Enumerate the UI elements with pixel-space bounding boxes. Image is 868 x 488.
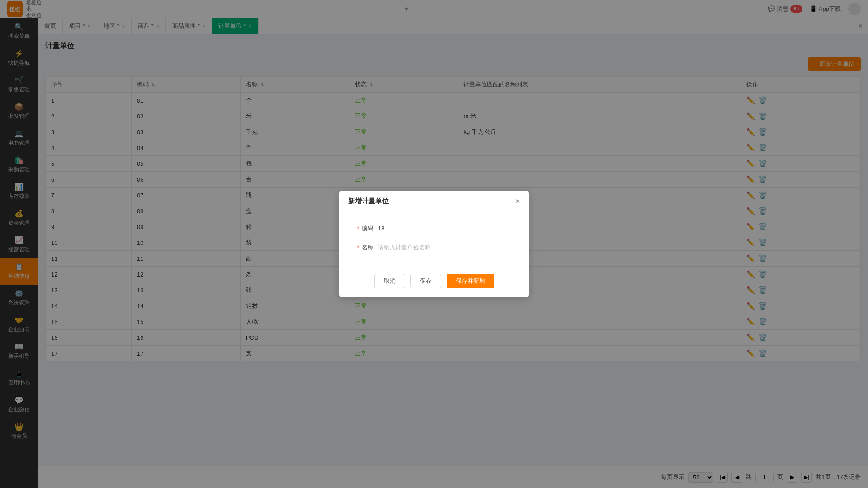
name-input[interactable] xyxy=(377,242,516,253)
name-required-star: * xyxy=(357,244,359,251)
save-button[interactable]: 保存 xyxy=(410,274,441,288)
modal-body: * 编码 * 名称 xyxy=(339,212,529,268)
add-unit-modal: 新增计量单位 × * 编码 * 名称 取消 保存 保存并新增 xyxy=(339,191,529,297)
name-label: 名称 xyxy=(362,244,373,251)
name-form-row: * 名称 xyxy=(352,242,516,253)
code-required-star: * xyxy=(357,225,359,232)
modal-overlay: 新增计量单位 × * 编码 * 名称 取消 保存 保存并新增 xyxy=(0,0,868,488)
code-input[interactable] xyxy=(377,223,516,234)
code-form-row: * 编码 xyxy=(352,223,516,234)
save-new-button[interactable]: 保存并新增 xyxy=(447,274,494,288)
name-label-wrapper: * 名称 xyxy=(352,244,373,252)
modal-header: 新增计量单位 × xyxy=(339,191,529,212)
code-label: 编码 xyxy=(362,225,373,232)
modal-title: 新增计量单位 xyxy=(348,197,389,206)
modal-close-button[interactable]: × xyxy=(516,197,520,206)
code-label-wrapper: * 编码 xyxy=(352,225,373,233)
cancel-button[interactable]: 取消 xyxy=(374,274,405,288)
modal-footer: 取消 保存 保存并新增 xyxy=(339,268,529,297)
